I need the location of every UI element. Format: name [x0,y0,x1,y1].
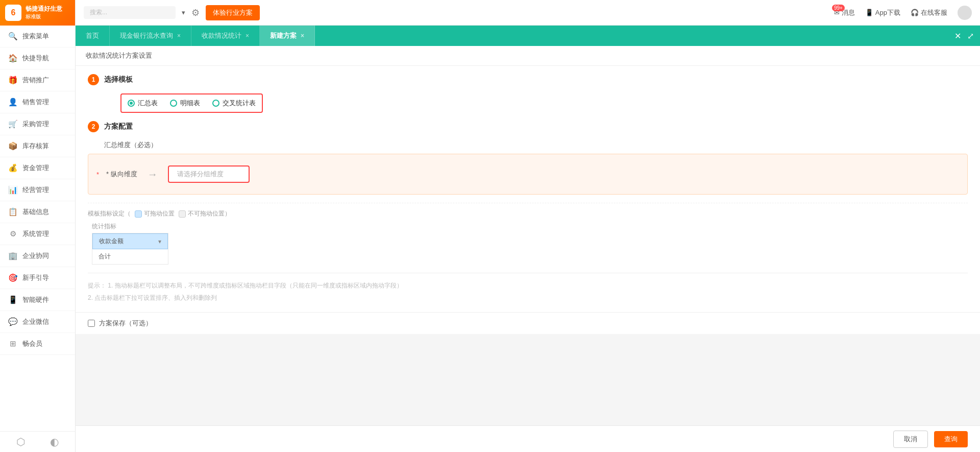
tab-home-label: 首页 [86,31,99,40]
download-icon: 📱 [865,9,873,16]
sidebar-item-member[interactable]: ⊞ 畅会员 [0,333,75,355]
sidebar-item-marketing[interactable]: 🎁 营销推广 [0,69,75,91]
sidebar-item-label: 快捷导航 [22,54,49,63]
sidebar-item-basic-info[interactable]: 📋 基础信息 [0,201,75,223]
search-box[interactable]: 搜索... [84,6,176,19]
sidebar-item-guide[interactable]: 🎯 新手引导 [0,267,75,289]
topbar-left: 搜索... ▾ ⚙ 体验行业方案 [84,5,260,20]
radio-detail[interactable]: 明细表 [170,99,200,108]
step1-title: 选择模板 [104,75,133,84]
chat-icon: 💬 [8,317,17,326]
tab-cash-label: 现金银行流水查询 [120,31,173,40]
logo-text: 畅捷通好生意 [26,5,62,13]
clipboard-icon: 📋 [8,207,17,217]
sidebar-item-label: 畅会员 [22,339,42,348]
vertical-dim-label: * 纵向维度 [106,170,137,179]
target-icon: 🎯 [8,273,17,282]
column-dropdown-icon[interactable]: ▾ [158,238,161,245]
main-area: 搜索... ▾ ⚙ 体验行业方案 ✉ 99+ 消息 📱 App下载 🎧 在线客服 [76,0,980,452]
metrics-label-row: 模板指标设定（ 可拖动位置 不可拖动位置） [88,209,968,218]
notifications-btn[interactable]: ✉ 99+ 消息 [834,8,855,17]
radio-cross[interactable]: 交叉统计表 [212,99,256,108]
radio-circle-detail [170,100,177,107]
tab-new-plan[interactable]: 新建方案 × [260,26,315,46]
step2-row: 2 方案配置 [88,121,968,132]
radio-label-summary: 汇总表 [138,99,158,108]
column-label: 收款金额 [99,237,124,246]
required-star: * [96,171,99,178]
sidebar-item-hardware[interactable]: 📱 智能硬件 [0,289,75,311]
topbar-dropdown[interactable]: ▾ [182,9,185,16]
metrics-section: 模板指标设定（ 可拖动位置 不可拖动位置） [88,203,968,265]
metrics-table-cell: 合计 [92,249,168,264]
chart-icon: 📊 [8,185,17,195]
sidebar-item-enterprise[interactable]: 🏢 企业协同 [0,245,75,267]
sidebar-item-label: 新手引导 [22,273,49,282]
topbar-right: ✉ 99+ 消息 📱 App下载 🎧 在线客服 [834,6,972,20]
sidebar-item-finance[interactable]: 💰 资金管理 [0,157,75,179]
step1-row: 1 选择模板 [88,74,968,85]
sidebar-item-label: 智能硬件 [22,295,49,304]
close-window-icon[interactable]: ✕ [954,31,961,41]
row-label: 合计 [99,253,111,260]
section-container: 1 选择模板 汇总表 明细表 [76,66,980,312]
dim-placeholder: 请选择分组维度 [177,170,224,178]
logo-icon: 6 [5,5,21,21]
tab-new-plan-label: 新建方案 [270,31,297,40]
sidebar-item-label: 基础信息 [22,207,49,217]
member-icon: ⊞ [8,339,17,348]
radio-circle-cross [212,100,219,107]
sidebar-item-purchase[interactable]: 🛒 采购管理 [0,113,75,135]
search-placeholder-text: 搜索... [90,8,107,17]
sidebar-item-label: 经营管理 [22,185,49,195]
logo-badge: 标准版 [26,13,62,20]
sidebar-item-label: 搜索菜单 [22,32,49,41]
tab-bar: 首页 现金银行流水查询 × 收款情况统计 × 新建方案 × ✕ ⤢ [76,26,980,46]
sidebar-bottom-icon2[interactable]: ◐ [38,436,71,448]
metrics-table: 收款金额 ▾ 合计 [92,233,168,265]
sidebar-item-management[interactable]: 📊 经营管理 [0,179,75,201]
sidebar-item-search[interactable]: 🔍 搜索菜单 [0,26,75,47]
footer-bar: 取消 查询 [76,425,980,452]
sidebar-item-label: 系统管理 [22,229,49,239]
sidebar-item-wechat[interactable]: 💬 企业微信 [0,311,75,333]
dim-select-box[interactable]: 请选择分组维度 [168,165,250,183]
tabs-controls: ✕ ⤢ [948,26,980,46]
maximize-icon[interactable]: ⤢ [967,31,974,41]
sidebar-item-label: 资金管理 [22,163,49,173]
download-btn[interactable]: 📱 App下载 [865,8,900,17]
movable-dot [135,210,142,218]
sidebar-item-inventory[interactable]: 📦 库存核算 [0,135,75,157]
tab-receipt-stats[interactable]: 收款情况统计 × [191,26,260,46]
gift-icon: 🎁 [8,76,17,85]
home-icon: 🏠 [8,54,17,63]
industry-btn[interactable]: 体验行业方案 [206,5,260,20]
topbar: 搜索... ▾ ⚙ 体验行业方案 ✉ 99+ 消息 📱 App下载 🎧 在线客服 [76,0,980,26]
sidebar-item-quick-nav[interactable]: 🏠 快捷导航 [0,47,75,69]
app-logo: 6 畅捷通好生意 标准版 [0,0,75,26]
radio-summary[interactable]: 汇总表 [128,99,158,108]
query-button[interactable]: 查询 [934,431,968,447]
tab-home[interactable]: 首页 [76,26,110,46]
sidebar-item-sales[interactable]: 👤 销售管理 [0,91,75,113]
sidebar-item-label: 企业协同 [22,251,49,260]
support-btn[interactable]: 🎧 在线客服 [911,8,947,17]
sidebar-bottom-icon1[interactable]: ⬡ [4,436,38,448]
tab-new-plan-close[interactable]: × [301,32,304,39]
metrics-category-label: 统计指标 [92,223,116,230]
tab-receipt-close[interactable]: × [246,32,249,39]
sidebar: 6 畅捷通好生意 标准版 🔍 搜索菜单 🏠 快捷导航 🎁 营销推广 👤 销售管理… [0,0,76,452]
dimension-selector: * * 纵向维度 → 请选择分组维度 [96,165,250,183]
sidebar-item-system[interactable]: ⚙ 系统管理 [0,223,75,245]
cancel-button[interactable]: 取消 [893,431,928,448]
page-title: 收款情况统计方案设置 [86,52,152,59]
page-header: 收款情况统计方案设置 [76,46,980,66]
save-checkbox[interactable] [88,320,95,327]
settings-icon[interactable]: ⚙ [191,7,200,18]
user-avatar[interactable] [958,6,972,20]
search-icon: 🔍 [8,32,17,41]
tab-cash-close[interactable]: × [177,32,181,39]
sidebar-item-label: 采购管理 [22,120,49,129]
tab-cash-query[interactable]: 现金银行流水查询 × [110,26,191,46]
fixed-dot [179,210,186,218]
